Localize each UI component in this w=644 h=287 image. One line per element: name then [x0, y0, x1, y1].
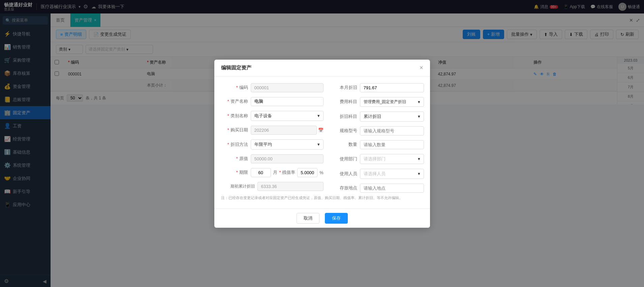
department-label: 使用部门	[330, 156, 357, 162]
residual-rate-unit: %	[319, 170, 324, 175]
modal-footer: 取消 保存	[214, 209, 430, 228]
form-col-left: * 编码 * 资产名称 * 类别名称 电子设备 ▾	[221, 83, 324, 193]
spec-label: 规格型号	[330, 128, 357, 134]
asset-name-input[interactable]	[251, 97, 324, 106]
form-item-initial-depreciation: 期初累计折旧	[221, 182, 324, 191]
modal-header: 编辑固定资产 ×	[214, 60, 430, 76]
form-item-period: * 期限 月 * 残值率 %	[221, 168, 324, 177]
monthly-depreciation-label: 本月折旧	[330, 85, 357, 91]
form-note: 注：已经存在变更记录或者对应固定资产已经生成凭证，原值、购买日期、残值率、累计折…	[221, 193, 423, 202]
form-item-quantity: 数量	[330, 140, 424, 149]
form-item-category: * 类别名称 电子设备 ▾	[221, 111, 324, 121]
depreciation-chevron: ▾	[317, 142, 320, 147]
residual-rate-label: * 残值率	[279, 169, 296, 176]
spec-input[interactable]	[360, 126, 424, 135]
residual-rate-input[interactable]	[297, 168, 317, 177]
modal-body: * 编码 * 资产名称 * 类别名称 电子设备 ▾	[214, 76, 430, 209]
period-label: * 期限	[221, 169, 248, 176]
code-label: * 编码	[221, 85, 248, 91]
location-input[interactable]	[360, 184, 424, 193]
code-input[interactable]	[251, 83, 324, 92]
asset-name-label: * 资产名称	[221, 98, 248, 104]
modal-title: 编辑固定资产	[221, 65, 251, 71]
monthly-depreciation-input[interactable]	[360, 83, 424, 92]
edit-asset-modal: 编辑固定资产 × * 编码 * 资产名称	[214, 60, 430, 228]
depreciation-subject-select[interactable]: 累计折旧 ▾	[360, 111, 424, 122]
depreciation-method-label: * 折旧方法	[221, 141, 248, 148]
purchase-date-input[interactable]	[251, 126, 317, 135]
form-item-original-value: * 原值	[221, 154, 324, 163]
modal-close-btn[interactable]: ×	[420, 64, 423, 71]
category-chevron: ▾	[317, 113, 320, 118]
expense-subject-select[interactable]: 管理费用_固定资产折旧 ▾	[360, 97, 424, 107]
expense-chevron: ▾	[418, 99, 420, 104]
form-item-spec: 规格型号	[330, 126, 424, 135]
calendar-icon[interactable]: 📅	[318, 128, 324, 133]
form-item-depreciation-subject: 折旧科目 累计折旧 ▾	[330, 111, 424, 122]
purchase-date-group: 📅	[251, 126, 324, 135]
form-item-purchase-date: * 购买日期 📅	[221, 126, 324, 135]
dept-chevron: ▾	[418, 156, 420, 161]
form-item-monthly-depreciation: 本月折旧	[330, 83, 424, 92]
form-grid: * 编码 * 资产名称 * 类别名称 电子设备 ▾	[221, 83, 423, 193]
form-item-user: 使用人员 请选择人员 ▾	[330, 169, 424, 179]
form-item-depreciation-method: * 折旧方法 年限平均 ▾	[221, 139, 324, 150]
initial-depreciation-input[interactable]	[257, 182, 324, 191]
quantity-input[interactable]	[360, 140, 424, 149]
original-value-input[interactable]	[251, 154, 324, 163]
category-select[interactable]: 电子设备 ▾	[251, 111, 324, 121]
depreciation-subject-label: 折旧科目	[330, 114, 357, 120]
purchase-date-label: * 购买日期	[221, 127, 248, 133]
form-item-department: 使用部门 请选择部门 ▾	[330, 154, 424, 164]
depreciation-method-select[interactable]: 年限平均 ▾	[251, 139, 324, 150]
period-group: 月 * 残值率 %	[251, 168, 324, 177]
expense-subject-label: 费用科目	[330, 99, 357, 105]
quantity-label: 数量	[330, 141, 357, 148]
save-button[interactable]: 保存	[325, 213, 348, 224]
user-select[interactable]: 请选择人员 ▾	[360, 169, 424, 179]
category-label: * 类别名称	[221, 113, 248, 119]
form-col-right: 本月折旧 费用科目 管理费用_固定资产折旧 ▾ 折旧科目	[330, 83, 424, 193]
form-item-code: * 编码	[221, 83, 324, 92]
department-select[interactable]: 请选择部门 ▾	[360, 154, 424, 164]
location-label: 存放地点	[330, 185, 357, 191]
cancel-button[interactable]: 取消	[297, 213, 319, 224]
period-unit: 月	[273, 169, 277, 176]
original-value-label: * 原值	[221, 156, 248, 162]
user-chevron: ▾	[418, 171, 420, 176]
modal-overlay: 编辑固定资产 × * 编码 * 资产名称	[0, 0, 644, 287]
dep-subject-chevron: ▾	[418, 114, 420, 119]
user-label: 使用人员	[330, 171, 357, 177]
period-input[interactable]	[251, 168, 271, 177]
initial-depreciation-label: 期初累计折旧	[221, 184, 255, 189]
form-item-location: 存放地点	[330, 184, 424, 193]
form-item-asset-name: * 资产名称	[221, 97, 324, 106]
form-item-expense-subject: 费用科目 管理费用_固定资产折旧 ▾	[330, 97, 424, 107]
